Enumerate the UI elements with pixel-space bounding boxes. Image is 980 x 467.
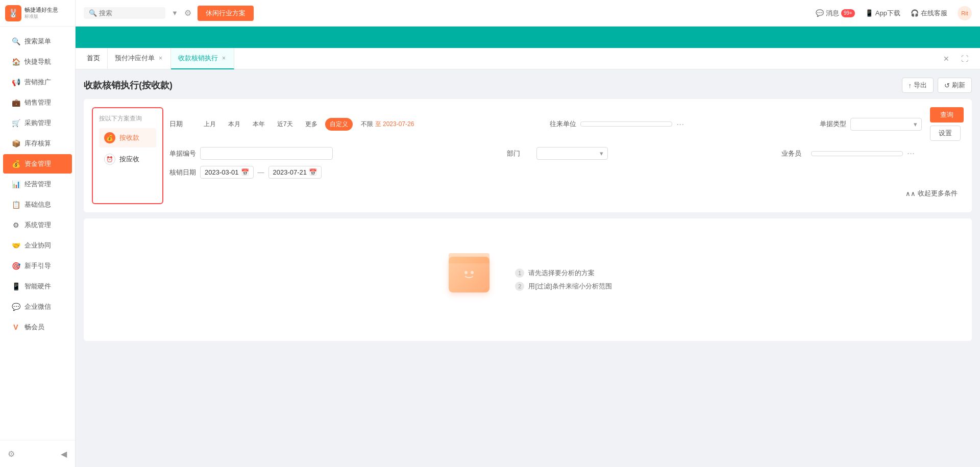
- member-icon: V: [11, 323, 20, 332]
- sidebar-item-hardware[interactable]: 📱 智能硬件: [3, 277, 72, 296]
- user-avatar: Rit: [958, 6, 972, 20]
- counterparty-label: 往来单位: [550, 119, 576, 129]
- dept-select[interactable]: ▾: [536, 147, 608, 160]
- tab-close-all-btn[interactable]: ✕: [939, 52, 953, 66]
- receipt-verify-tab-close[interactable]: ×: [221, 54, 227, 63]
- user-info[interactable]: Rit: [958, 6, 972, 20]
- sidebar-label-business: 经营管理: [24, 180, 51, 189]
- date-btn-more[interactable]: 更多: [301, 118, 322, 131]
- sidebar-label-wechat: 企业微信: [24, 302, 51, 311]
- sidebar-item-basic-info[interactable]: 📋 基础信息: [3, 195, 72, 214]
- sidebar-item-sales[interactable]: 💼 销售管理: [3, 93, 72, 112]
- tab-prepay[interactable]: 预付冲应付单 ×: [108, 48, 171, 69]
- date-btn-last-month[interactable]: 上月: [199, 118, 220, 131]
- sidebar-item-capital[interactable]: 💰 资金管理: [3, 154, 72, 174]
- online-service-btn[interactable]: 🎧 在线客服: [911, 9, 947, 18]
- sidebar-item-quick-nav[interactable]: 🏠 快捷导航: [3, 52, 72, 71]
- refresh-label: 刷新: [952, 81, 965, 90]
- receipt-verify-tab-label: 收款核销执行: [178, 54, 218, 63]
- staff-input[interactable]: [811, 151, 903, 156]
- date-to-text: 至 2023-07-26: [375, 120, 414, 129]
- export-button[interactable]: ↑ 导出: [902, 78, 934, 93]
- home-tab-label: 首页: [87, 54, 100, 63]
- filter-by-receivable[interactable]: ⏰ 按应收: [99, 150, 156, 169]
- sidebar-item-member[interactable]: V 畅会员: [3, 317, 72, 337]
- sidebar-item-system[interactable]: ⚙ 系统管理: [3, 215, 72, 235]
- marketing-icon: 📢: [11, 78, 20, 87]
- prepay-tab-label: 预付冲应付单: [115, 54, 155, 63]
- verify-date-start[interactable]: 2023-03-01 📅: [200, 166, 254, 179]
- sidebar-item-purchase[interactable]: 🛒 采购管理: [3, 113, 72, 133]
- dept-dropdown-icon: ▾: [600, 150, 603, 157]
- page-title: 收款核销执行(按收款): [84, 79, 173, 91]
- wechat-icon: 💬: [11, 302, 20, 311]
- tab-home[interactable]: 首页: [80, 48, 108, 69]
- business-icon: 📊: [11, 180, 20, 189]
- refresh-button[interactable]: ↺ 刷新: [938, 78, 972, 93]
- verify-date-calendar-end-icon: 📅: [309, 168, 317, 176]
- sidebar-item-corp[interactable]: 🤝 企业协同: [3, 236, 72, 255]
- prepay-tab-close[interactable]: ×: [158, 54, 163, 63]
- date-btn-7days[interactable]: 近7天: [273, 118, 298, 131]
- settings-button[interactable]: 设置: [930, 126, 961, 141]
- staff-field: 业务员 ···: [781, 148, 915, 159]
- date-btn-this-year[interactable]: 本年: [248, 118, 270, 131]
- verify-date-calendar-start-icon: 📅: [241, 168, 249, 176]
- date-btn-this-month[interactable]: 本月: [224, 118, 245, 131]
- sidebar-label-system: 系统管理: [24, 220, 51, 230]
- step-2-icon: 2: [515, 282, 524, 291]
- logo-icon: 🐰: [5, 5, 21, 21]
- box-face-svg: [459, 264, 479, 285]
- counterparty-dots[interactable]: ···: [676, 119, 684, 130]
- export-label: 导出: [914, 81, 927, 90]
- date-nolimit: 不限 至 2023-07-26: [361, 120, 414, 129]
- filter-type-title: 按以下方案查询: [99, 114, 156, 123]
- sidebar-item-business[interactable]: 📊 经营管理: [3, 175, 72, 194]
- filter-by-receipt[interactable]: 💰 按收款: [99, 128, 156, 148]
- sidebar-collapse-btn[interactable]: ◀: [56, 446, 72, 462]
- receipt-option-icon: 💰: [104, 132, 115, 143]
- voucher-type-select[interactable]: ▾: [850, 118, 922, 131]
- query-button[interactable]: 查询: [930, 107, 964, 122]
- action-buttons: 查询 设置: [930, 107, 964, 141]
- messages-label: 消息: [826, 9, 839, 18]
- sidebar-label-capital: 资金管理: [24, 159, 51, 168]
- date-btn-custom[interactable]: 自定义: [325, 118, 353, 131]
- counterparty-input[interactable]: [580, 121, 672, 127]
- filter-row-1: 日期 上月 本月 本年 近7天 更多 自定义 不限 至 2023-07-26: [169, 107, 964, 141]
- logo-badge: 标准版: [24, 13, 58, 20]
- empty-hint-1: 1 请先选择要分析的方案: [515, 266, 611, 280]
- topbar-search-area[interactable]: 🔍: [84, 7, 165, 19]
- logo-name: 畅捷通好生意: [24, 6, 58, 13]
- sidebar-settings-btn[interactable]: ⚙: [3, 446, 19, 462]
- sidebar-item-beginner[interactable]: 🎯 新手引导: [3, 256, 72, 276]
- verify-date-end[interactable]: 2023-07-21 📅: [268, 166, 322, 179]
- home-icon: 🏠: [11, 57, 20, 66]
- sidebar-item-inventory[interactable]: 📦 库存核算: [3, 134, 72, 153]
- collapse-label: 收起更多条件: [918, 189, 958, 198]
- app-download-btn[interactable]: 📱 App下载: [865, 9, 900, 18]
- tab-expand-btn[interactable]: ⛶: [958, 52, 972, 66]
- staff-dots[interactable]: ···: [907, 148, 915, 159]
- topbar-search-input[interactable]: [99, 9, 160, 17]
- date-field: 日期 上月 本月 本年 近7天 更多 自定义: [169, 118, 353, 131]
- date-options-group: 上月 本月 本年 近7天 更多 自定义: [199, 118, 353, 131]
- sidebar-item-marketing[interactable]: 📢 营销推广: [3, 72, 72, 92]
- topbar-right: 💬 消息 99+ 📱 App下载 🎧 在线客服 Rit: [816, 6, 972, 20]
- date-label: 日期: [169, 119, 195, 129]
- sidebar-item-wechat[interactable]: 💬 企业微信: [3, 297, 72, 316]
- solution-button[interactable]: 休闲行业方案: [198, 6, 254, 21]
- verify-date-field: 核销日期 2023-03-01 📅 — 2023-07-21 📅: [169, 166, 322, 179]
- tab-receipt-verify[interactable]: 收款核销执行 ×: [171, 48, 234, 69]
- sidebar-label-hardware: 智能硬件: [24, 282, 51, 291]
- filter-form: 日期 上月 本月 本年 近7天 更多 自定义 不限 至 2023-07-26: [169, 107, 964, 204]
- topbar-dropdown-icon[interactable]: ▼: [172, 9, 178, 17]
- messages-btn[interactable]: 💬 消息 99+: [816, 9, 855, 18]
- sidebar-item-search[interactable]: 🔍 搜索菜单: [3, 32, 72, 51]
- sidebar-label-marketing: 营销推广: [24, 78, 51, 87]
- sidebar-label-search: 搜索菜单: [24, 37, 51, 46]
- voucher-no-input[interactable]: [200, 147, 333, 160]
- collapse-button[interactable]: ∧∧ 收起更多条件: [899, 187, 964, 200]
- collapse-chevron-icon: ∧∧: [905, 190, 916, 198]
- topbar-gear-icon[interactable]: ⚙: [184, 8, 191, 18]
